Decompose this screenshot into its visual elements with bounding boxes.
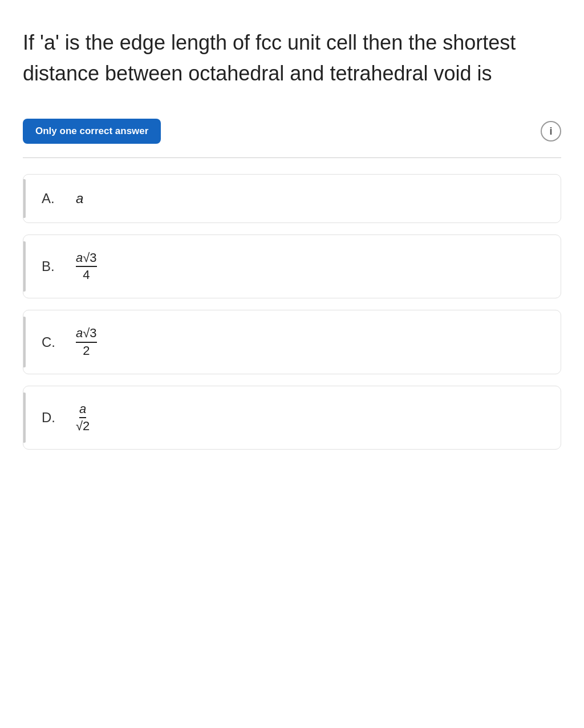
option-d-label: D.	[42, 410, 62, 426]
option-a-content: a	[76, 191, 83, 207]
section-divider	[23, 157, 561, 158]
option-b-label: B.	[42, 258, 62, 274]
option-c-content: a√3 2	[76, 326, 97, 357]
option-a-label: A.	[42, 191, 62, 207]
option-b-content: a√3 4	[76, 251, 97, 282]
option-d[interactable]: D. a √2	[23, 386, 561, 450]
question-text: If 'a' is the edge length of fcc unit ce…	[23, 27, 561, 89]
options-list: A. a B. a√3 4 C. a√3 2 D. a √2	[23, 174, 561, 450]
option-c-label: C.	[42, 334, 62, 350]
option-a[interactable]: A. a	[23, 174, 561, 223]
only-one-correct-badge: Only one correct answer	[23, 119, 161, 144]
info-icon[interactable]: i	[541, 121, 561, 141]
option-b[interactable]: B. a√3 4	[23, 234, 561, 298]
option-c[interactable]: C. a√3 2	[23, 310, 561, 374]
option-d-content: a √2	[76, 402, 90, 433]
